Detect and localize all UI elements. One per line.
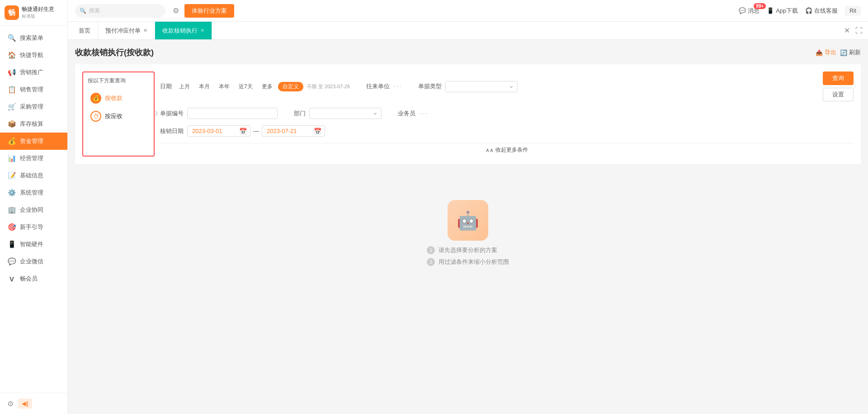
- sidebar-item-operations[interactable]: 📊 经营管理: [0, 150, 67, 167]
- sidebar-item-quick-nav[interactable]: 🏠 快捷导航: [0, 47, 67, 64]
- sidebar-item-hardware[interactable]: 📱 智能硬件: [0, 236, 67, 253]
- tab-label: 收款核销执行: [162, 27, 198, 35]
- tab-prepay[interactable]: 预付冲应付单 ✕: [98, 22, 155, 39]
- export-button[interactable]: 📤 导出: [816, 48, 836, 57]
- finance-icon: 💰: [7, 137, 16, 145]
- tab-actions: ✕ ⛶: [842, 24, 864, 37]
- sidebar-item-basic-info[interactable]: 📝 基础信息: [0, 167, 67, 184]
- topbar-search[interactable]: 🔍 搜索: [75, 4, 165, 18]
- wechat-icon: 💬: [7, 257, 16, 266]
- calendar-end-icon[interactable]: 📅: [314, 128, 321, 135]
- tab-close-button[interactable]: ✕: [842, 24, 852, 37]
- message-icon: 💬: [739, 7, 746, 14]
- sidebar-nav: 🔍 搜索菜单 🏠 快捷导航 📢 营销推广 📋 销售管理 🛒 采购管理 📦 库存核…: [0, 26, 67, 393]
- collapse-arrow-icon[interactable]: 》: [155, 110, 161, 118]
- verify-date-label: 核销日期: [160, 127, 184, 135]
- sidebar-item-search[interactable]: 🔍 搜索菜单: [0, 29, 67, 47]
- doc-type-select[interactable]: [445, 81, 518, 92]
- date-range: 📅 — 📅: [187, 125, 325, 137]
- sidebar-item-label: 企业微信: [20, 257, 43, 266]
- sidebar-item-wechat[interactable]: 💬 企业微信: [0, 253, 67, 270]
- sidebar-item-marketing[interactable]: 📢 营销推广: [0, 64, 67, 81]
- settings-button[interactable]: 设置: [823, 88, 854, 101]
- filter-field-date: 日期 上月 本月 本年 近7天 更多 自定义 不限 至 2023-07-26: [160, 82, 350, 91]
- date-tab-this-month[interactable]: 本月: [195, 82, 213, 91]
- app-label: App下载: [776, 7, 798, 15]
- logo-icon: 畅: [5, 5, 19, 20]
- date-tabs: 上月 本月 本年 近7天 更多 自定义: [175, 82, 303, 91]
- sidebar-item-label: 营销推广: [20, 68, 43, 76]
- search-icon: 🔍: [7, 34, 16, 42]
- sidebar-item-label: 销售管理: [20, 86, 43, 94]
- doc-no-input[interactable]: [187, 108, 278, 119]
- tab-close-icon[interactable]: ✕: [143, 28, 147, 33]
- topbar-user[interactable]: Rit: [845, 6, 861, 16]
- tab-label: 首页: [79, 27, 90, 35]
- date-hint: 不限 至 2023-07-26: [307, 83, 350, 90]
- sidebar-collapse-button[interactable]: ◀‖: [18, 399, 32, 409]
- date-tab-this-year[interactable]: 本年: [215, 82, 233, 91]
- phone-icon: 📱: [7, 240, 16, 248]
- filter-actions: 查询 设置: [823, 71, 854, 101]
- date-tab-custom[interactable]: 自定义: [278, 82, 303, 91]
- query-button[interactable]: 查询: [823, 71, 854, 85]
- settings-bottom-icon[interactable]: ⚙: [7, 400, 14, 408]
- sidebar-item-inventory[interactable]: 📦 库存核算: [0, 115, 67, 133]
- calendar-start-icon[interactable]: 📅: [239, 128, 247, 135]
- filter-field-staff: 业务员 ···: [398, 109, 428, 118]
- partner-ellipsis[interactable]: ···: [393, 82, 402, 90]
- chart-icon: 📊: [7, 154, 16, 162]
- sidebar-item-label: 新手引导: [20, 223, 43, 231]
- tab-label: 预付冲应付单: [105, 27, 141, 35]
- sidebar-item-system[interactable]: ⚙️ 系统管理: [0, 184, 67, 201]
- collapse-more-btn[interactable]: ∧∧ 收起更多条件: [160, 143, 854, 157]
- tip-number-2: 2: [427, 258, 435, 266]
- topbar-gear-icon[interactable]: ⚙: [173, 6, 179, 15]
- tab-home[interactable]: 首页: [71, 22, 98, 39]
- tab-expand-button[interactable]: ⛶: [854, 25, 864, 37]
- filter-field-verify-date: 核销日期 📅 — 📅: [160, 125, 325, 137]
- tab-close-icon[interactable]: ✕: [200, 28, 204, 33]
- sidebar-item-enterprise[interactable]: 🏢 企业协同: [0, 201, 67, 219]
- sidebar-item-sales[interactable]: 📋 销售管理: [0, 81, 67, 98]
- dept-select[interactable]: [309, 108, 382, 119]
- sidebar-item-label: 库存核算: [20, 120, 43, 128]
- sidebar-logo: 畅 畅捷通好生意 标准版: [0, 0, 67, 26]
- filter-fields: 日期 上月 本月 本年 近7天 更多 自定义 不限 至 2023-07-26 往…: [160, 71, 854, 157]
- sidebar-item-purchase[interactable]: 🛒 采购管理: [0, 98, 67, 115]
- topbar-message[interactable]: 💬 消息 99+: [739, 7, 760, 15]
- date-tab-7days[interactable]: 近7天: [235, 82, 256, 91]
- sidebar-item-finance[interactable]: 💰 资金管理: [0, 133, 67, 150]
- industry-button[interactable]: 体验行业方案: [184, 4, 234, 18]
- filter-panel: 按以下方案查询 💰 按收款 ⏱ 按应收 》 日期: [75, 64, 861, 164]
- filter-option-by-receipt[interactable]: 💰 按收款: [88, 89, 149, 107]
- doc-no-label: 单据编号: [160, 109, 184, 118]
- doc-type-label: 单据类型: [418, 82, 442, 90]
- content-area: 收款核销执行(按收款) 📤 导出 🔄 刷新 按以下方案查询 💰 按收款: [68, 40, 868, 414]
- logo-text: 畅捷通好生意: [22, 6, 54, 13]
- cart-icon: 🛒: [7, 103, 16, 111]
- filter-option-label: 按收款: [105, 94, 123, 102]
- empty-tips: 1 请先选择要分析的方案 2 用过滤条件来缩小分析范围: [427, 246, 509, 266]
- topbar-service[interactable]: 🎧 在线客服: [805, 7, 838, 15]
- tab-bar: 首页 预付冲应付单 ✕ 收款核销执行 ✕ ✕ ⛶: [68, 22, 868, 40]
- filter-option-by-receivable[interactable]: ⏱ 按应收: [88, 107, 149, 125]
- chevron-up-icon: ∧∧: [486, 147, 494, 153]
- topbar-app-download[interactable]: 📱 App下载: [767, 7, 798, 15]
- filter-field-partner: 往来单位 ···: [366, 82, 402, 90]
- doc-type-select-wrapper: [445, 81, 518, 92]
- date-tab-more[interactable]: 更多: [258, 82, 276, 91]
- date-tab-last-month[interactable]: 上月: [175, 82, 193, 91]
- sidebar-item-label: 基础信息: [20, 171, 43, 180]
- sidebar-item-label: 系统管理: [20, 189, 43, 197]
- sidebar-item-member[interactable]: V 畅会员: [0, 270, 67, 287]
- filter-field-doc-type: 单据类型: [418, 81, 518, 92]
- tab-receipt-offset[interactable]: 收款核销执行 ✕: [155, 22, 212, 39]
- refresh-button[interactable]: 🔄 刷新: [840, 48, 861, 57]
- date-label: 日期: [160, 82, 172, 90]
- topbar: 🔍 搜索 ⚙ 体验行业方案 💬 消息 99+ 📱 App下载 🎧 在线客服 Ri…: [68, 0, 868, 22]
- staff-ellipsis[interactable]: ···: [419, 109, 428, 118]
- staff-label: 业务员: [398, 109, 415, 118]
- empty-tip-1: 1 请先选择要分析的方案: [427, 246, 509, 254]
- sidebar-item-guide[interactable]: 🎯 新手引导: [0, 219, 67, 236]
